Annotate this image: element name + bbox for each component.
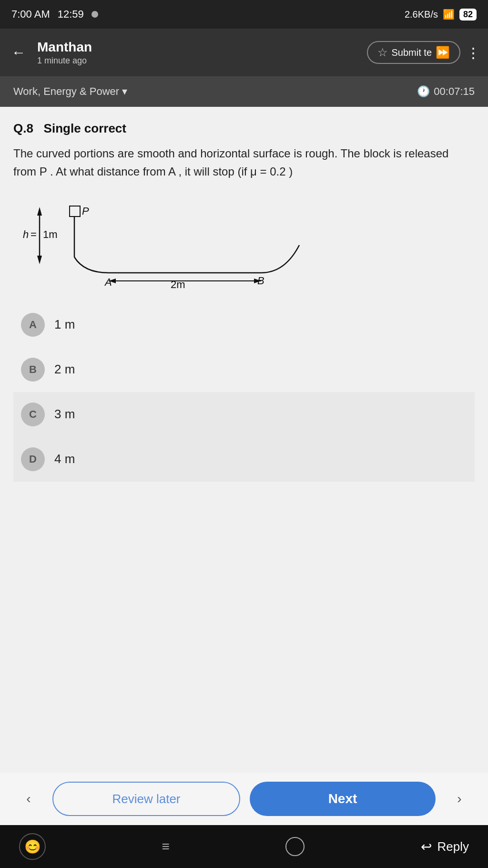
bottom-nav: ‹ Review later Next › bbox=[0, 773, 488, 825]
svg-rect-6 bbox=[70, 206, 80, 217]
reply-label: Reply bbox=[437, 839, 469, 854]
topic-text: Work, Energy & Power bbox=[13, 85, 119, 98]
review-later-button[interactable]: Review later bbox=[52, 782, 240, 816]
prev-arrow-button[interactable]: ‹ bbox=[14, 785, 43, 813]
option-b[interactable]: B 2 m bbox=[13, 347, 475, 392]
option-b-circle: B bbox=[21, 358, 45, 382]
signal-icon: 📶 bbox=[443, 9, 455, 20]
next-label: Next bbox=[328, 791, 357, 806]
reply-icon: ↩ bbox=[421, 839, 432, 855]
more-button[interactable]: ⋮ bbox=[466, 44, 480, 61]
emoji-button[interactable]: 😊 bbox=[19, 833, 46, 860]
options-list: A 1 m B 2 m C 3 m D 4 m bbox=[13, 302, 475, 482]
app-header: ← Manthan 1 minute ago ☆ Submit te ⏩ ⋮ bbox=[0, 29, 488, 76]
option-d[interactable]: D 4 m bbox=[13, 437, 475, 482]
battery: 82 bbox=[459, 9, 477, 21]
clock-icon: 🕐 bbox=[417, 85, 430, 98]
option-c-circle: C bbox=[21, 403, 45, 426]
header-title-area: Manthan 1 minute ago bbox=[37, 40, 359, 66]
android-bottom-bar: 😊 ≡ ↩ Reply bbox=[0, 825, 488, 868]
time: 7:00 AM bbox=[11, 8, 50, 21]
timer-value: 00:07:15 bbox=[434, 85, 475, 98]
question-number: Q.8 bbox=[13, 121, 33, 135]
option-b-text: 2 m bbox=[54, 362, 75, 377]
svg-text:=: = bbox=[30, 228, 37, 240]
hamburger-icon: ≡ bbox=[162, 839, 169, 854]
question-label: Q.8 Single correct bbox=[13, 121, 475, 136]
speed: 2.6KB/s bbox=[405, 9, 438, 20]
svg-text:P: P bbox=[82, 205, 89, 217]
option-d-circle: D bbox=[21, 447, 45, 471]
option-c-text: 3 m bbox=[54, 407, 75, 422]
status-left: 7:00 AM 12:59 bbox=[11, 8, 98, 21]
next-arrow-button[interactable]: › bbox=[445, 785, 474, 813]
question-type: Single correct bbox=[44, 121, 126, 135]
sender-name: Manthan bbox=[37, 40, 359, 55]
svg-text:2m: 2m bbox=[171, 279, 185, 288]
svg-marker-4 bbox=[37, 207, 42, 216]
timer: 🕐 00:07:15 bbox=[417, 85, 475, 98]
forward-icon: ⏩ bbox=[436, 46, 450, 59]
network-indicator bbox=[92, 11, 98, 18]
question-text: The curved portions are smooth and horiz… bbox=[13, 145, 475, 181]
svg-marker-5 bbox=[37, 256, 42, 264]
topic-bar: Work, Energy & Power ▾ 🕐 00:07:15 bbox=[0, 76, 488, 107]
chevron-down-icon: ▾ bbox=[122, 85, 127, 98]
diagram-area: h = 1m P A B bbox=[13, 193, 475, 288]
option-c[interactable]: C 3 m bbox=[13, 392, 475, 437]
main-content: Q.8 Single correct The curved portions a… bbox=[0, 107, 488, 775]
option-a-text: 1 m bbox=[54, 317, 75, 332]
option-a[interactable]: A 1 m bbox=[13, 302, 475, 347]
status-bar: 7:00 AM 12:59 2.6KB/s 📶 82 bbox=[0, 0, 488, 29]
topic-label: Work, Energy & Power ▾ bbox=[13, 85, 127, 98]
review-later-label: Review later bbox=[112, 792, 180, 806]
home-circle[interactable] bbox=[285, 837, 305, 856]
svg-text:A: A bbox=[104, 276, 112, 288]
emoji-icon: 😊 bbox=[24, 839, 41, 855]
status-right: 2.6KB/s 📶 82 bbox=[405, 9, 477, 21]
star-icon: ☆ bbox=[377, 46, 388, 59]
header-actions: ☆ Submit te ⏩ ⋮ bbox=[367, 41, 480, 64]
next-button[interactable]: Next bbox=[250, 782, 436, 816]
reply-button[interactable]: ↩ Reply bbox=[421, 839, 469, 855]
back-button[interactable]: ← bbox=[8, 41, 30, 64]
physics-diagram: h = 1m P A B bbox=[13, 193, 309, 288]
secondary-time: 12:59 bbox=[58, 8, 84, 21]
svg-text:h: h bbox=[23, 228, 29, 240]
svg-text:1m: 1m bbox=[43, 228, 58, 240]
option-a-circle: A bbox=[21, 313, 45, 337]
option-d-text: 4 m bbox=[54, 452, 75, 466]
submit-label: Submit te bbox=[392, 47, 432, 58]
submit-button[interactable]: ☆ Submit te ⏩ bbox=[367, 41, 460, 64]
time-ago: 1 minute ago bbox=[37, 56, 359, 66]
